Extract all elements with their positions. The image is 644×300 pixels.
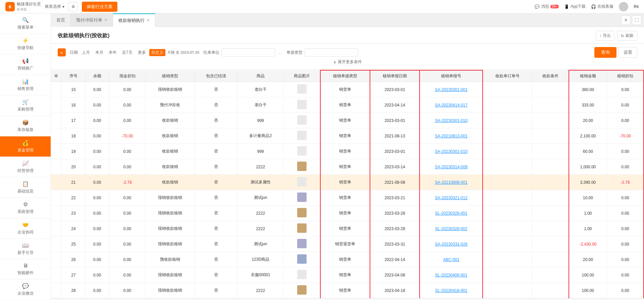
app-download-button[interactable]: 📱 App下载 xyxy=(564,4,586,9)
column-settings-button[interactable]: 设置 xyxy=(619,47,637,58)
cell-settings xyxy=(51,190,62,206)
cell-receipt-order-no xyxy=(483,283,532,298)
date-last-7days[interactable]: 近7天 xyxy=(120,49,135,56)
cell-receipt-order-no xyxy=(483,237,532,252)
date-more[interactable]: 更多 xyxy=(136,49,148,56)
cell-settings xyxy=(51,175,62,190)
cell-included-settled: 否 xyxy=(195,252,237,267)
col-num: 序号 xyxy=(62,70,86,82)
cell-balance: 0.00 xyxy=(85,82,109,97)
tab-verify-label: 收款核销执行 xyxy=(118,17,145,24)
refresh-button[interactable]: ↻ 刷新 xyxy=(617,31,637,41)
cell-num: 20 xyxy=(62,159,86,175)
cell-receipt-order-no xyxy=(483,190,532,206)
management-icon: 📈 xyxy=(22,160,29,167)
message-icon: 💬 xyxy=(535,4,540,9)
cell-balance: 0.00 xyxy=(85,190,109,206)
sidebar-item-wechat[interactable]: 💬 企业微信 xyxy=(0,280,51,300)
cell-verify-amount: 360.00 xyxy=(569,82,607,97)
cell-cash-discount: 0.00 xyxy=(109,97,146,113)
date-this-month[interactable]: 本月 xyxy=(93,49,105,56)
cell-bill-report-type: 销货单 xyxy=(320,128,370,144)
sidebar-label-guide: 新手引导 xyxy=(17,250,34,256)
settings-gear-button[interactable]: ⚙ xyxy=(68,2,78,11)
cell-receipt-condition xyxy=(532,144,569,159)
col-bill-date: 核销单报日期 xyxy=(370,70,420,82)
cell-verify-discount: 0.00 xyxy=(607,159,644,175)
sidebar-item-sales[interactable]: 📊 销售管理 xyxy=(0,75,51,95)
date-last-month[interactable]: 上月 xyxy=(80,49,92,56)
cell-goods-img xyxy=(284,237,320,252)
sidebar-item-finance[interactable]: 💰 资金管理 xyxy=(0,136,51,157)
tab-prepay[interactable]: 预付冲应付单 ✕ xyxy=(71,13,113,27)
cell-bill-report-type: 销货单 xyxy=(320,206,370,221)
cell-verify-type: 现销收款核销 xyxy=(146,190,195,206)
date-custom-btn[interactable]: 自定义 xyxy=(149,49,165,56)
cell-cash-discount: -2.76 xyxy=(109,175,146,190)
sidebar-item-enterprise[interactable]: 🤝 企业协同 xyxy=(0,218,51,239)
cell-included-settled: 否 xyxy=(195,144,237,159)
cell-included-settled: 否 xyxy=(195,175,237,190)
tab-verify[interactable]: 收款核销执行 ✕ xyxy=(113,13,155,27)
sidebar-label-enterprise: 企业协同 xyxy=(17,229,34,235)
partner-filter: 往来单位 ... xyxy=(203,48,282,56)
sidebar-item-search[interactable]: 🔍 搜索菜单 xyxy=(0,13,51,34)
expand-more-label: 展开更多条件 xyxy=(338,59,362,65)
sidebar: 🔍 搜索菜单 ⚡ 快捷导航 📢 营销推广 📊 销售管理 🛒 采购管理 📦 库存核… xyxy=(0,13,51,300)
cell-goods: 老白干 xyxy=(237,97,284,113)
sidebar-item-quick-nav[interactable]: ⚡ 快捷导航 xyxy=(0,34,51,54)
date-this-year[interactable]: 本年 xyxy=(107,49,119,56)
tab-close-button[interactable]: ✕ xyxy=(621,15,631,25)
page-title: 收款核销执行(按收款) xyxy=(58,32,110,39)
sidebar-item-guide[interactable]: 📖 新手引导 xyxy=(0,239,51,259)
cell-goods: 999 xyxy=(237,144,284,159)
cell-cash-discount: 0.00 xyxy=(109,113,146,128)
table-row: 17 0.00 0.00 收款核销 否 999 销货单 2023-03-01 S… xyxy=(51,113,644,128)
tab-expand-button[interactable]: ⛶ xyxy=(632,15,641,25)
cell-verify-type: 现销收款核销 xyxy=(146,82,195,97)
system-icon: ⚙ xyxy=(23,201,28,208)
bill-type-select[interactable] xyxy=(305,48,358,56)
cell-included-settled: 否 xyxy=(195,221,237,237)
sidebar-item-inventory[interactable]: 📦 库存核算 xyxy=(0,116,51,136)
cell-verify-discount: 0.00 xyxy=(607,206,644,221)
cell-receipt-order-no xyxy=(483,159,532,175)
quick-nav-icon: ⚡ xyxy=(22,37,29,44)
tab-prepay-close-icon[interactable]: ✕ xyxy=(104,18,107,22)
user-avatar[interactable] xyxy=(619,2,628,11)
sidebar-item-basic-info[interactable]: 📋 基础信息 xyxy=(0,177,51,198)
cell-included-settled: 否 xyxy=(195,237,237,252)
purchase-icon: 🛒 xyxy=(22,99,29,105)
sidebar-label-wechat: 企业微信 xyxy=(17,291,34,296)
sidebar-item-system[interactable]: ⚙ 系统管理 xyxy=(0,198,51,218)
sidebar-item-hardware[interactable]: 🖥 智能硬件 xyxy=(0,259,51,280)
tab-verify-close-icon[interactable]: ✕ xyxy=(147,18,150,23)
sidebar-item-purchase[interactable]: 🛒 采购管理 xyxy=(0,95,51,116)
cell-bill-report-type: 销货单 xyxy=(320,97,370,113)
tab-home[interactable]: 首页 xyxy=(51,13,71,27)
cell-receipt-order-no xyxy=(483,113,532,128)
col-receipt-condition: 收款条件 xyxy=(532,70,569,82)
sidebar-item-management[interactable]: 📈 经营管理 xyxy=(0,157,51,177)
cell-settings xyxy=(51,159,62,175)
date-range-display: 不限 至 2023-07-26 xyxy=(167,50,199,55)
sidebar-label-management: 经营管理 xyxy=(17,168,34,174)
query-button[interactable]: 查询 xyxy=(594,47,616,58)
table-row: 27 0.00 0.00 现销收款核销 否 衣服00001 销货单 2023-0… xyxy=(51,267,644,283)
sidebar-item-marketing[interactable]: 📢 营销推广 xyxy=(0,54,51,75)
cell-verify-discount: 0.00 xyxy=(607,82,644,97)
account-dropdown[interactable]: 账套选择 ▾ xyxy=(45,4,64,9)
online-service-button[interactable]: 🎧 在线客服 xyxy=(591,4,613,9)
tab-prepay-label: 预付冲应付单 xyxy=(76,17,102,23)
online-service-label: 在线客服 xyxy=(597,4,613,9)
top-bar-right: 💬 消息 99+ 📱 App下载 🎧 在线客服 Rit xyxy=(535,2,639,11)
export-button[interactable]: ↑ 导出 xyxy=(596,31,614,41)
message-button[interactable]: 💬 消息 99+ xyxy=(535,4,559,9)
cell-receipt-condition xyxy=(532,175,569,190)
expand-more-conditions[interactable]: ∨ 展开更多条件 xyxy=(58,58,637,66)
partner-input[interactable] xyxy=(221,48,275,56)
industry-solution-button[interactable]: 体验行业方案 xyxy=(82,2,117,12)
cell-settings xyxy=(51,82,62,97)
filter-expand-button[interactable]: » xyxy=(58,48,66,56)
cell-settings xyxy=(51,113,62,128)
